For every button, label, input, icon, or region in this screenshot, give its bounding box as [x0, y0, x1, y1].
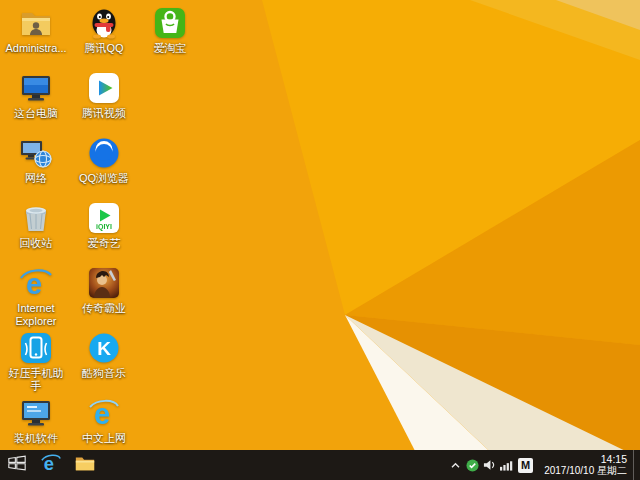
icon-label: Administra...	[4, 42, 68, 55]
desktop-icon-chinese-web[interactable]: e 中文上网	[72, 396, 136, 445]
desktop-icon-tencent-video[interactable]: 腾讯视频	[72, 71, 136, 120]
taskbar: e	[0, 450, 640, 480]
icon-label: 网络	[4, 172, 68, 185]
desktop-icon-ie[interactable]: e Internet Explorer	[4, 266, 68, 328]
desktop-icon-this-pc[interactable]: 这台电脑	[4, 71, 68, 120]
kugou-k-icon: K	[87, 331, 121, 365]
desktop-icon-kugou[interactable]: K 酷狗音乐	[72, 331, 136, 380]
icon-label: QQ浏览器	[72, 172, 136, 185]
icon-label: 这台电脑	[4, 107, 68, 120]
system-tray: M 14:15 2017/10/10 星期二	[447, 450, 640, 480]
windows-desktop: Administra... 腾讯QQ	[0, 0, 640, 480]
svg-text:iQIYI: iQIYI	[96, 223, 112, 231]
play-button-icon	[87, 71, 121, 105]
shopping-bag-icon	[153, 6, 187, 40]
internet-explorer-icon: e	[40, 452, 62, 478]
taskbar-clock[interactable]: 14:15 2017/10/10 星期二	[536, 453, 633, 477]
phone-assistant-icon	[19, 331, 53, 365]
desktop-icon-recycle-bin[interactable]: 回收站	[4, 201, 68, 250]
folder-icon	[74, 452, 96, 478]
computer-icon	[19, 71, 53, 105]
icon-label: 酷狗音乐	[72, 367, 136, 380]
install-monitor-icon	[19, 396, 53, 430]
icon-label: 爱奇艺	[72, 237, 136, 250]
shield-check-icon	[466, 459, 479, 472]
desktop-icon-qq[interactable]: 腾讯QQ	[72, 6, 136, 55]
network-tray-icon[interactable]	[498, 450, 515, 480]
windows-logo-icon	[7, 455, 27, 475]
taskbar-explorer-button[interactable]	[68, 450, 102, 480]
network-globe-icon	[19, 136, 53, 170]
desktop-icon-aitaobao[interactable]: 爱淘宝	[138, 6, 202, 55]
desktop-icon-software-install[interactable]: 装机软件	[4, 396, 68, 445]
icon-label: 腾讯视频	[72, 107, 136, 120]
internet-explorer-icon: e	[19, 266, 53, 300]
icon-label: Internet Explorer	[4, 302, 68, 328]
desktop-icon-qq-browser[interactable]: QQ浏览器	[72, 136, 136, 185]
iqiyi-icon: iQIYI	[87, 201, 121, 235]
volume-tray-icon[interactable]	[481, 450, 498, 480]
show-desktop-button[interactable]	[633, 450, 640, 480]
clock-time: 14:15	[544, 453, 627, 465]
signal-bars-icon	[500, 459, 513, 471]
svg-text:K: K	[97, 338, 111, 359]
hidden-icons-button[interactable]	[447, 450, 464, 480]
browser-swoosh-icon	[87, 136, 121, 170]
clock-date: 2017/10/10 星期二	[544, 465, 627, 477]
desktop-icon-phone-assistant[interactable]: 好压手机助手	[4, 331, 68, 393]
icon-label: 回收站	[4, 237, 68, 250]
desktop-icon-network[interactable]: 网络	[4, 136, 68, 185]
desktop-icon-game[interactable]: 传奇霸业	[72, 266, 136, 315]
icon-label: 好压手机助手	[4, 367, 68, 393]
security-tray-icon[interactable]	[464, 450, 481, 480]
icon-label: 中文上网	[72, 432, 136, 445]
speaker-icon	[483, 459, 496, 471]
desktop-icon-iqiyi[interactable]: iQIYI 爱奇艺	[72, 201, 136, 250]
qq-penguin-icon	[87, 6, 121, 40]
chevron-up-icon	[451, 462, 460, 469]
icon-label: 腾讯QQ	[72, 42, 136, 55]
user-folder-icon	[19, 6, 53, 40]
ime-indicator[interactable]: M	[518, 458, 533, 473]
desktop-icon-administrator[interactable]: Administra...	[4, 6, 68, 55]
game-warrior-icon	[87, 266, 121, 300]
icon-label: 传奇霸业	[72, 302, 136, 315]
taskbar-ie-button[interactable]: e	[34, 450, 68, 480]
icon-label: 装机软件	[4, 432, 68, 445]
blue-e-icon: e	[87, 396, 121, 430]
icon-label: 爱淘宝	[138, 42, 202, 55]
start-button[interactable]	[0, 450, 34, 480]
recycle-bin-icon	[19, 201, 53, 235]
